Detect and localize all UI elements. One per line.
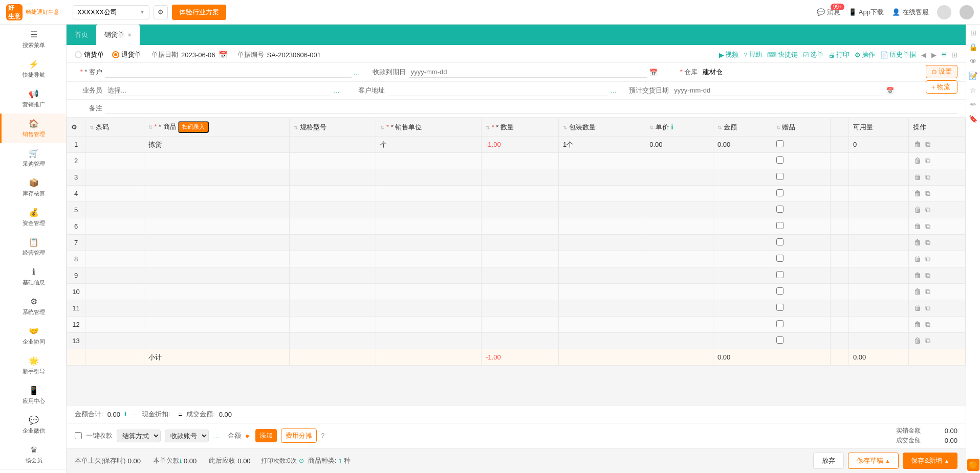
shortcut-button[interactable]: ⌨ 快捷键 — [767, 50, 798, 59]
qty-cell[interactable] — [482, 284, 559, 300]
rp-eye-icon[interactable]: 👁 — [967, 55, 979, 67]
tab-home[interactable]: 首页 — [67, 25, 96, 45]
gift-checkbox[interactable] — [776, 320, 783, 327]
qty-cell[interactable] — [482, 251, 559, 267]
gift-checkbox[interactable] — [776, 304, 783, 311]
sidebar-item-corp-weixin[interactable]: 💬 企业微信 — [0, 410, 66, 440]
copy-row-icon[interactable]: ⧉ — [924, 189, 931, 198]
delete-row-icon[interactable]: 🗑 — [913, 255, 922, 263]
product-cell[interactable] — [144, 153, 290, 169]
product-cell[interactable] — [144, 300, 290, 317]
collect-date-input[interactable] — [409, 66, 648, 78]
expected-date-input[interactable] — [672, 85, 884, 96]
one-click-checkbox[interactable] — [75, 432, 82, 439]
product-cell[interactable] — [144, 251, 290, 267]
experience-button[interactable]: 体验行业方案 — [172, 5, 226, 20]
copy-row-icon[interactable]: ⧉ — [924, 222, 931, 231]
settings-icon[interactable]: ⚙ — [154, 5, 168, 19]
copy-row-icon[interactable]: ⧉ — [924, 238, 931, 247]
delete-row-icon[interactable]: 🗑 — [913, 320, 922, 328]
sidebar-item-basic-info[interactable]: ℹ 基础信息 — [0, 262, 66, 291]
sidebar-item-corp-collab[interactable]: 🤝 企业协同 — [0, 321, 66, 351]
gift-checkbox[interactable] — [776, 189, 783, 196]
gift-checkbox[interactable] — [776, 238, 783, 245]
rp-orange-icon[interactable]: 🟠 — [967, 459, 979, 471]
message-button[interactable]: 💬 消息 99+ — [817, 8, 840, 17]
th-gear[interactable]: ⚙ — [67, 118, 85, 137]
delete-row-icon[interactable]: 🗑 — [913, 189, 922, 197]
sidebar-item-sys-mgmt[interactable]: ⚙ 系统管理 — [0, 291, 66, 321]
gift-checkbox[interactable] — [776, 206, 783, 213]
sidebar-item-vip[interactable]: ♛ 畅会员 — [0, 440, 66, 469]
save-draft-button[interactable]: 保存草稿 ▲ — [848, 453, 899, 469]
copy-row-icon[interactable]: ⧉ — [924, 206, 931, 214]
sidebar-item-ops-mgmt[interactable]: 📋 经营管理 — [0, 232, 66, 262]
copy-row-icon[interactable]: ⧉ — [924, 255, 931, 263]
sidebar-item-capital-mgmt[interactable]: 💰 资金管理 — [0, 202, 66, 232]
delete-row-icon[interactable]: 🗑 — [913, 173, 922, 181]
print-button[interactable]: 🖨 打印 — [829, 50, 850, 59]
nav-next-icon[interactable]: ▶ — [931, 51, 937, 59]
company-selector[interactable]: XXXXXX公司 ▼ — [73, 5, 149, 19]
delete-row-icon[interactable]: 🗑 — [913, 271, 922, 279]
product-cell[interactable] — [144, 218, 290, 235]
rp-star-icon[interactable]: ☆ — [967, 84, 979, 96]
current-due-info-icon[interactable]: ℹ — [180, 458, 182, 464]
avatar[interactable] — [937, 5, 951, 19]
product-cell[interactable] — [144, 267, 290, 284]
product-cell[interactable] — [144, 186, 290, 202]
rp-lock-icon[interactable]: 🔒 — [967, 41, 979, 53]
gift-checkbox[interactable] — [776, 222, 783, 229]
delete-row-icon[interactable]: 🗑 — [913, 287, 922, 296]
sidebar-item-search-order[interactable]: ☰ 搜索菜单 — [0, 25, 66, 54]
delete-row-icon[interactable]: 🗑 — [913, 140, 922, 148]
product-cell[interactable] — [144, 317, 290, 333]
scan-button[interactable]: 扫码录入 — [178, 121, 209, 133]
qty-cell[interactable] — [482, 317, 559, 333]
product-cell[interactable] — [144, 235, 290, 251]
discard-button[interactable]: 放弃 — [813, 453, 844, 469]
calendar-icon[interactable]: 📅 — [219, 51, 227, 59]
radio-return[interactable]: 退货单 — [112, 50, 141, 59]
add-button[interactable]: 添加 — [255, 429, 277, 442]
customer-input[interactable] — [105, 66, 352, 78]
rp-edit-icon[interactable]: ✏ — [967, 98, 979, 110]
salesperson-dots-icon[interactable]: … — [331, 87, 342, 95]
delete-row-icon[interactable]: 🗑 — [913, 156, 922, 165]
rp-note-icon[interactable]: 📝 — [967, 70, 979, 82]
rp-grid-icon[interactable]: ⊞ — [967, 27, 979, 39]
sidebar-item-newbie[interactable]: 🌟 新手引导 — [0, 351, 66, 380]
product-cell[interactable] — [144, 202, 290, 218]
qty-cell[interactable] — [482, 153, 559, 169]
qty-cell[interactable] — [482, 267, 559, 284]
gift-checkbox[interactable] — [776, 255, 783, 262]
copy-row-icon[interactable]: ⧉ — [924, 140, 931, 149]
delete-row-icon[interactable]: 🗑 — [913, 304, 922, 312]
delete-row-icon[interactable]: 🗑 — [913, 336, 922, 345]
list-view-icon[interactable]: ≡ — [942, 50, 946, 59]
save-new-button[interactable]: 保存&新增 ▲ — [903, 453, 957, 469]
help-button[interactable]: ? 帮助 — [744, 50, 761, 59]
copy-row-icon[interactable]: ⧉ — [924, 287, 931, 296]
tab-close-icon[interactable]: ✕ — [127, 32, 132, 38]
settings-button[interactable]: ⊙ 设置 — [926, 65, 957, 78]
copy-row-icon[interactable]: ⧉ — [924, 271, 931, 280]
account-dots-icon[interactable]: … — [213, 432, 220, 440]
select-button[interactable]: ☑ 选单 — [803, 50, 823, 59]
calc-method-select[interactable]: 结算方式 — [117, 430, 161, 442]
history-button[interactable]: 📄 历史单据 — [880, 50, 916, 59]
qty-cell[interactable] — [482, 300, 559, 317]
copy-row-icon[interactable]: ⧉ — [924, 320, 931, 329]
summary-info-icon[interactable]: ℹ — [124, 411, 127, 418]
customer-dots-icon[interactable]: … — [352, 69, 362, 76]
delete-row-icon[interactable]: 🗑 — [913, 206, 922, 214]
video-button[interactable]: ▶ 视频 — [719, 50, 738, 59]
collect-date-cal-icon[interactable]: 📅 — [647, 69, 660, 76]
gift-checkbox[interactable] — [776, 156, 783, 164]
qty-cell[interactable] — [482, 169, 559, 186]
qty-cell[interactable] — [482, 333, 559, 349]
gift-checkbox[interactable] — [776, 271, 783, 278]
product-cell[interactable] — [144, 169, 290, 186]
product-cell[interactable] — [144, 284, 290, 300]
delete-row-icon[interactable]: 🗑 — [913, 238, 922, 246]
